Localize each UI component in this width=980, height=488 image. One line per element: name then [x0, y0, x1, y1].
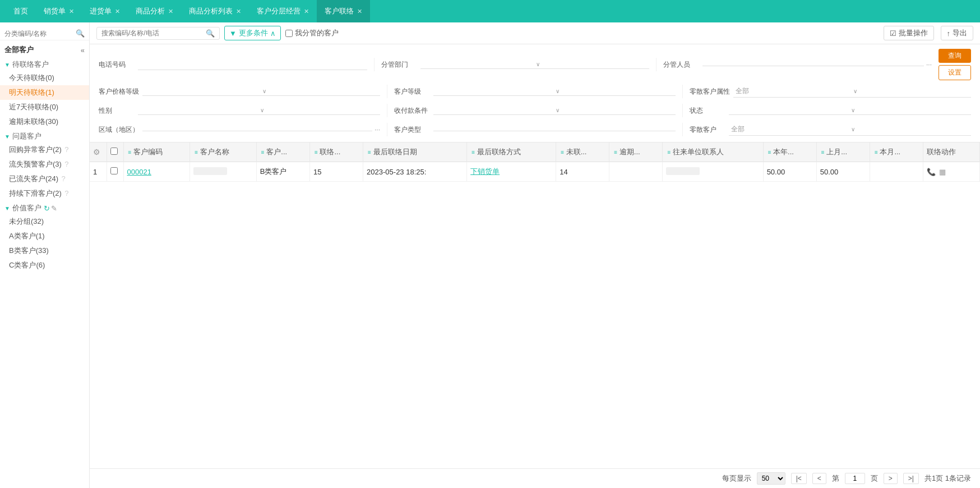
- refresh-icon[interactable]: ↻: [44, 204, 50, 213]
- content-area: 🔍 ▼ 更多条件 ∧ 我分管的客户 ☑ 批量操作: [90, 22, 980, 488]
- col-code: ≡ 客户编码: [123, 142, 190, 162]
- main-search-input[interactable]: [101, 29, 204, 37]
- sidebar-search-input[interactable]: [4, 30, 76, 38]
- nav-sales-order[interactable]: 销货单 ✕: [36, 0, 82, 22]
- table-row: 1 000021 B类客户 15 2023-05-23 18:25: 下销货单 …: [90, 162, 980, 182]
- prev-page-button[interactable]: <: [812, 473, 826, 484]
- close-customer-contact-icon[interactable]: ✕: [357, 8, 362, 15]
- problem-customers-group[interactable]: ▼ 问题客户: [0, 129, 89, 142]
- nav-product-analysis[interactable]: 商品分析 ✕: [128, 0, 181, 22]
- my-customers-checkbox[interactable]: [285, 30, 293, 37]
- filter-row-1: 电话号码 分管部门 ∨ 分管人员: [99, 49, 971, 80]
- filter-row-2: 客户价格等级 ∨ 客户等级 ∨: [99, 84, 971, 99]
- more-filter-button[interactable]: ▼ 更多条件 ∧: [224, 26, 281, 40]
- phone-action-icon[interactable]: 📞: [927, 168, 936, 176]
- edit-icon[interactable]: ✎: [51, 204, 57, 213]
- filter-dept-select[interactable]: ∨: [420, 60, 650, 69]
- sidebar-item-overdue-contact[interactable]: 逾期未联络(30): [0, 114, 89, 129]
- main-search-icon[interactable]: 🔍: [206, 29, 215, 38]
- sidebar-search-icon[interactable]: 🔍: [76, 29, 85, 38]
- filter-region-select[interactable]: [142, 128, 372, 131]
- filter-phone: 电话号码: [99, 59, 367, 70]
- sidebar-item-tomorrow-contact[interactable]: 明天待联络(1): [0, 85, 89, 100]
- next-page-button[interactable]: >: [884, 473, 898, 484]
- person-more-icon[interactable]: ···: [926, 61, 932, 68]
- filter-price-level: 客户价格等级 ∨: [99, 87, 380, 96]
- cell-type: B类客户: [256, 162, 309, 182]
- customer-table: ⚙ ≡ 客户编码 ≡ 客户名称 ≡ 客户... ≡ 联络... ≡ 最后联络日期…: [90, 142, 980, 182]
- filter-payment-select[interactable]: ∨: [433, 106, 676, 115]
- sidebar-item-ungrouped[interactable]: 未分组(32): [0, 214, 89, 229]
- row-checkbox[interactable]: [110, 167, 118, 174]
- col-last-contact-method: ≡ 最后联络方式: [467, 142, 556, 162]
- nav-customer-contact[interactable]: 客户联络 ✕: [317, 0, 370, 22]
- nav-customer-tier[interactable]: 客户分层经营 ✕: [249, 0, 317, 22]
- filter-customer-type-select[interactable]: [433, 128, 676, 131]
- sidebar-item-today-contact[interactable]: 今天待联络(0): [0, 71, 89, 85]
- close-product-analysis-icon[interactable]: ✕: [168, 8, 173, 15]
- filter-person-select[interactable]: [702, 63, 924, 66]
- sidebar-item-declining[interactable]: 持续下滑客户(2) ?: [0, 186, 89, 201]
- table-header-row: ⚙ ≡ 客户编码 ≡ 客户名称 ≡ 客户... ≡ 联络... ≡ 最后联络日期…: [90, 142, 980, 162]
- help-icon-1: ?: [64, 145, 68, 154]
- col-not-contacted: ≡ 未联...: [556, 142, 609, 162]
- my-customers-checkbox-label[interactable]: 我分管的客户: [285, 28, 339, 38]
- divider-4: [682, 85, 683, 98]
- select-all-checkbox[interactable]: [110, 148, 118, 155]
- collapse-sidebar-icon[interactable]: «: [81, 46, 85, 54]
- table-settings-icon[interactable]: ⚙: [93, 148, 100, 156]
- sidebar-item-a-class[interactable]: A类客户(1): [0, 229, 89, 243]
- nav-product-analysis-list[interactable]: 商品分析列表 ✕: [181, 0, 249, 22]
- filter-icon: ▼: [229, 29, 237, 38]
- toolbar: 🔍 ▼ 更多条件 ∧ 我分管的客户 ☑ 批量操作: [90, 22, 980, 44]
- region-more-icon[interactable]: ···: [375, 126, 380, 133]
- sidebar-item-b-class[interactable]: B类客户(33): [0, 243, 89, 258]
- cell-index: 1: [90, 162, 107, 182]
- cell-overdue: [609, 162, 663, 182]
- export-button[interactable]: ↑ 导出: [941, 26, 974, 40]
- sidebar-item-churn-warning[interactable]: 流失预警客户(3) ?: [0, 157, 89, 172]
- filter-retail-customer-select[interactable]: 全部 ∨: [729, 123, 971, 136]
- query-button[interactable]: 查询: [939, 49, 971, 63]
- qr-action-icon[interactable]: ▦: [939, 168, 946, 176]
- help-icon-2: ?: [64, 160, 68, 168]
- cell-actions: 📞 ▦: [923, 162, 980, 182]
- divider-6: [682, 104, 683, 117]
- divider-5: [387, 104, 387, 117]
- value-customers-group[interactable]: ▼ 价值客户 ↻ ✎: [0, 201, 89, 214]
- filter-customer-level-select[interactable]: ∨: [433, 87, 676, 96]
- per-page-select[interactable]: 50 100 200: [757, 472, 785, 485]
- payment-chevron-icon: ∨: [556, 107, 673, 113]
- sidebar-item-c-class[interactable]: C类客户(6): [0, 258, 89, 273]
- filter-retail-attr-select[interactable]: 全部 ∨: [733, 85, 971, 98]
- nav-home[interactable]: 首页: [6, 0, 36, 22]
- close-sales-order-icon[interactable]: ✕: [69, 8, 74, 15]
- col-checkbox: [107, 142, 123, 162]
- cell-code[interactable]: 000021: [123, 162, 190, 182]
- cell-last-contact-method[interactable]: 下销货单: [467, 162, 556, 182]
- col-contacts: ≡ 联络...: [309, 142, 363, 162]
- sidebar-item-repurchase-anomaly[interactable]: 回购异常客户(2) ?: [0, 142, 89, 157]
- filter-status-select[interactable]: ∨: [729, 106, 971, 115]
- filter-price-level-select[interactable]: ∨: [142, 87, 380, 96]
- sort-icon-method: ≡: [471, 149, 475, 155]
- sidebar-item-7days-contact[interactable]: 近7天待联络(0): [0, 100, 89, 114]
- close-purchase-order-icon[interactable]: ✕: [115, 8, 120, 15]
- sort-icon-name: ≡: [195, 149, 198, 155]
- filter-phone-input[interactable]: [138, 59, 367, 70]
- pending-contact-group[interactable]: ▼ 待联络客户: [0, 57, 89, 71]
- first-page-button[interactable]: |<: [791, 473, 807, 484]
- page-number-input[interactable]: [845, 473, 865, 484]
- divider-7: [387, 123, 387, 136]
- nav-purchase-order[interactable]: 进货单 ✕: [82, 0, 128, 22]
- cell-last-month: 50.00: [816, 162, 870, 182]
- filter-region: 区域（地区） ···: [99, 125, 380, 135]
- last-page-button[interactable]: >|: [903, 473, 919, 484]
- close-customer-tier-icon[interactable]: ✕: [304, 8, 309, 15]
- batch-operation-button[interactable]: ☑ 批量操作: [884, 26, 934, 40]
- close-product-analysis-list-icon[interactable]: ✕: [236, 8, 241, 15]
- sidebar-item-churned[interactable]: 已流失客户(24) ?: [0, 172, 89, 186]
- all-customers-header[interactable]: 全部客户 «: [0, 43, 89, 57]
- set-button[interactable]: 设置: [939, 65, 971, 80]
- filter-gender-select[interactable]: ∨: [138, 106, 380, 115]
